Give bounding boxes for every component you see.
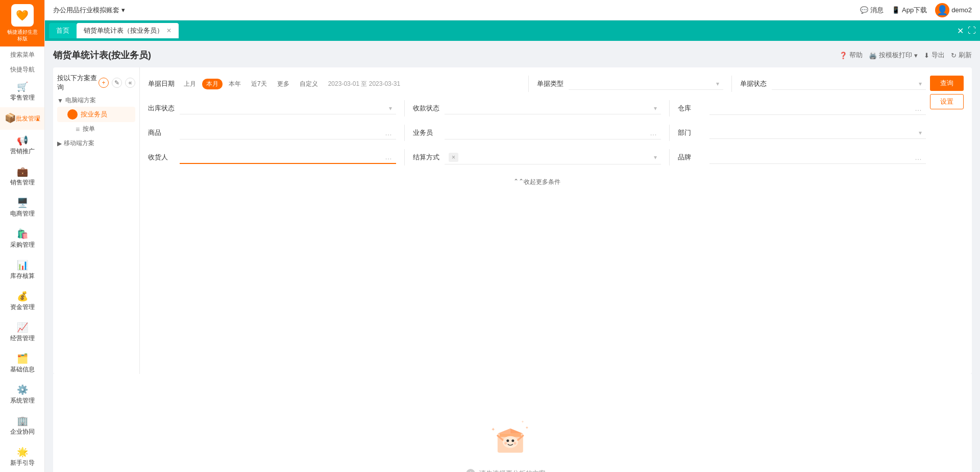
filter-form: 单据日期 上月 本月 本年 近7天 更多 自定义 2023-03-01 至 20… xyxy=(140,67,972,374)
sidebar-item-enterprise[interactable]: 🏢 企业协同 xyxy=(0,410,44,441)
scheme-item-by-salesperson[interactable]: 按业务员 xyxy=(57,107,135,122)
tabbar: 首页 销货单统计表（按业务员） ✕ ✕ ⛶ xyxy=(45,20,980,41)
tab-sales-stats[interactable]: 销货单统计表（按业务员） ✕ xyxy=(77,23,179,38)
search-menu[interactable]: 搜索菜单 xyxy=(0,46,44,63)
salesperson-dots-icon[interactable]: … xyxy=(650,129,657,137)
print-btn[interactable]: 🖨️ 按模板打印 ▾ xyxy=(869,51,918,60)
messages-btn[interactable]: 💬 消息 xyxy=(860,6,884,15)
brand-dots-icon[interactable]: … xyxy=(915,153,922,161)
department-select[interactable]: ▾ xyxy=(709,127,926,139)
logo-text: 畅捷通好生意 标版 xyxy=(7,29,38,42)
settings-button[interactable]: 设置 xyxy=(930,94,964,109)
sales-icon: 💼 xyxy=(17,166,28,177)
finance-icon: 💰 xyxy=(17,291,28,302)
export-btn[interactable]: ⬇ 导出 xyxy=(924,51,945,60)
out-status-select[interactable]: ▾ xyxy=(180,103,396,114)
collapse-scheme-btn[interactable]: « xyxy=(125,78,135,88)
content-panel: 按以下方案查询 + ✎ « ▼ 电脑端方案 按业务员 ≡ xyxy=(53,67,972,374)
sidebar-item-marketing[interactable]: 📢 营销推广 xyxy=(0,130,44,161)
sidebar-item-inventory[interactable]: 📊 库存核算 xyxy=(0,254,44,286)
department-dropdown-icon: ▾ xyxy=(919,129,922,136)
settlement-label: 结算方式 xyxy=(413,153,440,162)
brand-field: 品牌 … xyxy=(678,151,926,164)
quick-nav[interactable]: 快捷导航 xyxy=(0,63,44,76)
marketing-icon: 📢 xyxy=(17,135,28,146)
settlement-field: 结算方式 × ▾ xyxy=(413,151,661,164)
close-window-icon[interactable]: ✕ xyxy=(957,26,964,36)
mobile-section-arrow[interactable]: ▶ xyxy=(57,140,62,147)
date-label: 单据日期 xyxy=(148,79,176,88)
help-btn[interactable]: ❓ 帮助 xyxy=(839,51,863,60)
sidebar-item-retail[interactable]: 🛒 零售管理 xyxy=(0,76,44,107)
goods-input[interactable]: … xyxy=(180,127,396,139)
salesperson-label: 业务员 xyxy=(413,128,440,137)
tab-close-icon[interactable]: ✕ xyxy=(166,27,172,34)
desktop-section-arrow[interactable]: ▼ xyxy=(57,97,63,104)
doc-status-select[interactable]: ▾ xyxy=(772,78,926,90)
scheme-dot-icon xyxy=(67,109,78,120)
brand-input[interactable]: … xyxy=(709,151,926,164)
date-tab-this-month[interactable]: 本月 xyxy=(202,79,223,89)
date-tab-this-year[interactable]: 本年 xyxy=(225,79,245,89)
settlement-dropdown-icon: ▾ xyxy=(654,154,657,161)
app-switcher[interactable]: 办公用品行业模拟账套 ▾ xyxy=(53,6,125,15)
avatar: 👤 xyxy=(935,3,949,17)
user-menu[interactable]: 👤 demo2 xyxy=(935,3,972,17)
warehouse-dots-icon[interactable]: … xyxy=(915,104,922,112)
date-tab-last-month[interactable]: 上月 xyxy=(180,79,200,89)
settlement-select[interactable]: × ▾ xyxy=(445,151,661,164)
add-scheme-btn[interactable]: + xyxy=(99,78,109,88)
refresh-btn[interactable]: ↻ 刷新 xyxy=(951,51,972,60)
settlement-clear-btn[interactable]: × xyxy=(452,154,455,161)
svg-point-6 xyxy=(514,442,517,444)
salesperson-input[interactable]: … xyxy=(445,127,661,139)
consignee-dots-icon[interactable]: … xyxy=(385,153,392,161)
sidebar-item-system[interactable]: ⚙️ 系统管理 xyxy=(0,379,44,410)
maximize-icon[interactable]: ⛶ xyxy=(968,26,976,36)
page-title: 销货单统计表(按业务员) xyxy=(53,49,151,61)
sidebar-item-newbie[interactable]: 🌟 新手引导 xyxy=(0,441,44,472)
sidebar-item-ecommerce[interactable]: 🖥️ 电商管理 xyxy=(0,192,44,223)
date-tab-last-7-days[interactable]: 近7天 xyxy=(247,79,271,89)
divider-7 xyxy=(404,149,405,166)
filter-schemes-header: 按以下方案查询 + ✎ « xyxy=(57,74,135,92)
svg-text:✦: ✦ xyxy=(525,425,529,430)
scheme-item-by-order[interactable]: ≡ 按单 xyxy=(57,122,135,136)
warehouse-input[interactable]: … xyxy=(709,102,926,115)
date-tab-custom[interactable]: 自定义 xyxy=(296,79,322,89)
message-icon: 💬 xyxy=(860,6,868,14)
refresh-icon: ↻ xyxy=(951,52,957,59)
sidebar-item-finance[interactable]: 💰 资金管理 xyxy=(0,286,44,317)
payment-status-dropdown-icon: ▾ xyxy=(654,105,657,112)
payment-status-select[interactable]: ▾ xyxy=(445,103,661,114)
sidebar-item-sales[interactable]: 💼 销售管理 xyxy=(0,161,44,192)
doc-type-select[interactable]: ▾ xyxy=(569,78,723,90)
sidebar-item-basic[interactable]: 🗂️ 基础信息 xyxy=(0,348,44,379)
date-tabs: 上月 本月 本年 近7天 更多 自定义 xyxy=(180,79,322,89)
help-icon: ❓ xyxy=(839,52,847,59)
sidebar-item-operations[interactable]: 📈 经营管理 xyxy=(0,317,44,348)
doc-type-field: 单据类型 ▾ xyxy=(537,78,723,90)
empty-illustration: ✦ ✦ ✦ xyxy=(487,415,538,461)
consignee-label: 收货人 xyxy=(148,153,176,162)
payment-status-field: 收款状态 ▾ xyxy=(413,103,661,114)
goods-label: 商品 xyxy=(148,128,176,137)
consignee-input[interactable]: … xyxy=(180,151,396,164)
sidebar-item-purchase[interactable]: 🛍️ 采购管理 xyxy=(0,223,44,254)
svg-point-3 xyxy=(506,439,509,442)
sidebar-item-wholesale[interactable]: 📦 批发管理 ▲ xyxy=(0,107,44,130)
collapse-more-btn[interactable]: ⌃⌃ 收起更多条件 xyxy=(148,174,926,191)
date-field: 单据日期 上月 本月 本年 近7天 更多 自定义 2023-03-01 至 20… xyxy=(148,79,520,89)
out-status-dropdown-icon: ▾ xyxy=(389,105,392,112)
query-button[interactable]: 查询 xyxy=(930,76,964,91)
divider-1 xyxy=(528,76,529,92)
date-tab-more[interactable]: 更多 xyxy=(273,79,293,89)
date-range-display: 2023-03-01 至 2023-03-31 xyxy=(328,80,400,88)
retail-icon: 🛒 xyxy=(17,81,28,92)
filter-schemes-panel: 按以下方案查询 + ✎ « ▼ 电脑端方案 按业务员 ≡ xyxy=(53,67,140,374)
app-download-btn[interactable]: 📱 App下载 xyxy=(892,6,927,15)
edit-scheme-btn[interactable]: ✎ xyxy=(112,78,122,88)
goods-dots-icon[interactable]: … xyxy=(385,129,392,137)
tab-home[interactable]: 首页 xyxy=(49,23,77,38)
filter-row-2: 出库状态 ▾ 收款状态 ▾ xyxy=(148,100,926,116)
